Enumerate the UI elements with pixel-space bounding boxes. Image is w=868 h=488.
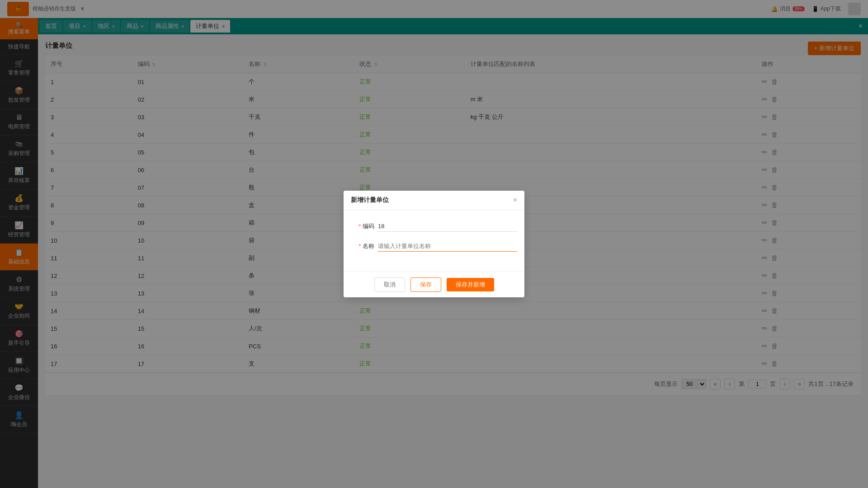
form-row-code: 编码 bbox=[351, 221, 517, 232]
modal-close-button[interactable]: × bbox=[513, 196, 517, 204]
name-label: 名称 bbox=[351, 242, 378, 250]
form-row-name: 名称 bbox=[351, 241, 517, 252]
modal-overlay: 新增计量单位 × 编码 名称 取消 保存 保存并新增 bbox=[0, 0, 868, 488]
name-input[interactable] bbox=[378, 241, 517, 252]
add-unit-modal: 新增计量单位 × 编码 名称 取消 保存 保存并新增 bbox=[344, 191, 524, 297]
save-button[interactable]: 保存 bbox=[410, 277, 441, 292]
cancel-button[interactable]: 取消 bbox=[374, 277, 405, 292]
save-and-new-button[interactable]: 保存并新增 bbox=[447, 278, 494, 291]
modal-title: 新增计量单位 bbox=[351, 196, 389, 204]
code-label: 编码 bbox=[351, 222, 378, 230]
code-input[interactable] bbox=[378, 221, 517, 232]
modal-body: 编码 名称 bbox=[344, 210, 524, 272]
modal-footer: 取消 保存 保存并新增 bbox=[344, 272, 524, 297]
modal-header: 新增计量单位 × bbox=[344, 191, 524, 210]
